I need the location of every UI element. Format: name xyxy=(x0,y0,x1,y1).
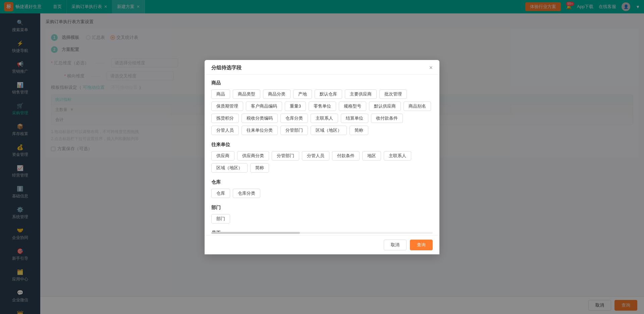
field-tag-goods-0[interactable]: 商品 xyxy=(211,89,230,99)
field-tag-cp-3[interactable]: 分管人员 xyxy=(302,151,329,161)
field-group-warehouse-title: 仓库 xyxy=(211,179,433,185)
field-tag-goods-2[interactable]: 商品分类 xyxy=(263,89,290,99)
field-tag-goods-20[interactable]: 分管人员 xyxy=(211,126,239,135)
field-tag-dept-0[interactable]: 部门 xyxy=(211,214,230,224)
field-group-counterparty: 往来单位 供应商 供应商分类 分管部门 分管人员 付款条件 地区 主联系人 区域… xyxy=(211,142,433,173)
field-tag-goods-3[interactable]: 产地 xyxy=(293,89,312,99)
field-tag-goods-4[interactable]: 默认仓库 xyxy=(315,89,342,99)
field-tag-cp-0[interactable]: 供应商 xyxy=(211,151,234,161)
modal-footer: 取消 查询 xyxy=(205,235,439,254)
field-select-modal: 分组待选字段 × 商品 商品 商品类型 商品分类 产地 默认仓库 主要供应商 批… xyxy=(205,60,439,254)
modal-close-button[interactable]: × xyxy=(429,65,433,71)
field-tag-goods-15[interactable]: 税收分类编码 xyxy=(241,114,278,123)
field-tag-goods-1[interactable]: 商品类型 xyxy=(233,89,260,99)
modal-hscroll[interactable] xyxy=(211,232,433,234)
field-tag-goods-19[interactable]: 收付款条件 xyxy=(371,114,403,123)
field-tag-goods-17[interactable]: 主联系人 xyxy=(311,114,338,123)
field-tag-goods-6[interactable]: 批次管理 xyxy=(379,89,407,99)
modal-cancel-button[interactable]: 取消 xyxy=(384,240,407,250)
field-tag-cp-2[interactable]: 分管部门 xyxy=(272,151,299,161)
field-tag-cp-7[interactable]: 区域（地区） xyxy=(211,163,248,173)
field-group-goods-title: 商品 xyxy=(211,80,433,86)
field-group-goods: 商品 商品 商品类型 商品分类 产地 默认仓库 主要供应商 批次管理 保质期管理… xyxy=(211,80,433,135)
field-tag-cp-8[interactable]: 简称 xyxy=(250,163,269,173)
field-tag-goods-5[interactable]: 主要供应商 xyxy=(345,89,377,99)
field-tag-goods-23[interactable]: 区域（地区） xyxy=(311,126,347,135)
field-tag-goods-14[interactable]: 拣货积分 xyxy=(211,114,239,123)
field-tag-wh-0[interactable]: 仓库 xyxy=(211,189,230,198)
field-tag-goods-16[interactable]: 仓库分类 xyxy=(280,114,308,123)
field-tags-dept: 部门 xyxy=(211,214,433,224)
modal-overlay: 分组待选字段 × 商品 商品 商品类型 商品分类 产地 默认仓库 主要供应商 批… xyxy=(0,0,644,314)
field-tag-cp-4[interactable]: 付款条件 xyxy=(332,151,360,161)
field-tag-goods-10[interactable]: 零售单位 xyxy=(309,102,336,111)
field-tag-goods-13[interactable]: 商品别名 xyxy=(404,102,431,111)
modal-confirm-button[interactable]: 查询 xyxy=(410,240,433,250)
field-tag-goods-21[interactable]: 往来单位分类 xyxy=(241,126,278,135)
field-tag-cp-6[interactable]: 主联系人 xyxy=(384,151,411,161)
field-tag-goods-11[interactable]: 规格型号 xyxy=(339,102,366,111)
field-tag-cp-1[interactable]: 供应商分类 xyxy=(237,151,269,161)
modal-header: 分组待选字段 × xyxy=(205,60,439,75)
field-tag-goods-18[interactable]: 结算单位 xyxy=(341,114,368,123)
field-tags-warehouse: 仓库 仓库分类 xyxy=(211,189,433,198)
field-tag-goods-22[interactable]: 分管部门 xyxy=(280,126,308,135)
field-group-counterparty-title: 往来单位 xyxy=(211,142,433,148)
field-tags-goods: 商品 商品类型 商品分类 产地 默认仓库 主要供应商 批次管理 保质期管理 客户… xyxy=(211,89,433,135)
field-group-dept: 部门 部门 xyxy=(211,205,433,224)
field-tag-goods-12[interactable]: 默认供应商 xyxy=(369,102,401,111)
field-group-warehouse: 仓库 仓库 仓库分类 xyxy=(211,179,433,198)
modal-title: 分组待选字段 xyxy=(211,65,241,71)
field-tag-goods-7[interactable]: 保质期管理 xyxy=(211,102,243,111)
field-tag-goods-8[interactable]: 客户商品编码 xyxy=(246,102,282,111)
field-tags-counterparty: 供应商 供应商分类 分管部门 分管人员 付款条件 地区 主联系人 区域（地区） … xyxy=(211,151,433,173)
modal-body: 商品 商品 商品类型 商品分类 产地 默认仓库 主要供应商 批次管理 保质期管理… xyxy=(205,75,439,232)
field-tag-cp-5[interactable]: 地区 xyxy=(362,151,381,161)
field-tag-goods-24[interactable]: 简称 xyxy=(350,126,368,135)
field-tag-goods-9[interactable]: 重量3 xyxy=(285,102,306,111)
field-tag-wh-1[interactable]: 仓库分类 xyxy=(233,189,260,198)
modal-hscroll-thumb xyxy=(211,232,300,234)
field-group-dept-title: 部门 xyxy=(211,205,433,211)
